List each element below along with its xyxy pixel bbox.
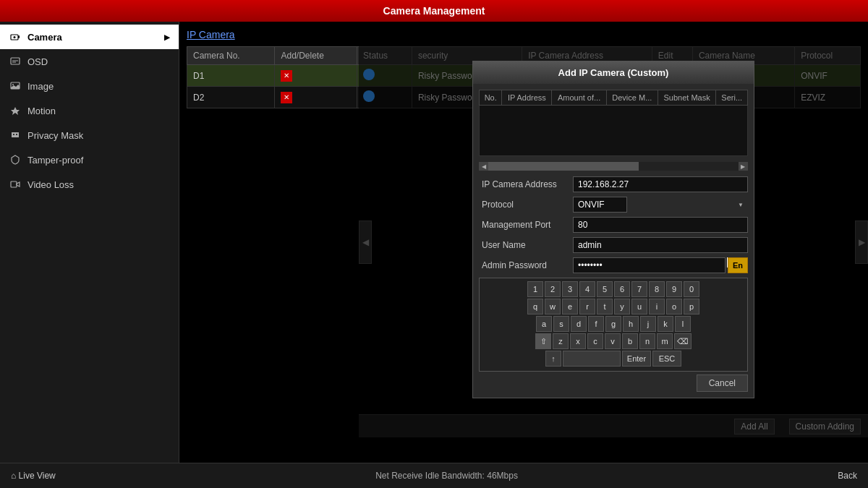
key-up-arrow[interactable]: ↑ xyxy=(545,351,561,367)
key-o[interactable]: o xyxy=(666,299,682,314)
key-f[interactable]: f xyxy=(588,316,604,332)
ip-camera-link[interactable]: IP Camera xyxy=(187,29,235,40)
management-port-label: Management Port xyxy=(479,220,573,230)
sidebar-item-osd[interactable]: OSD xyxy=(0,49,179,74)
key-h[interactable]: h xyxy=(623,316,639,332)
key-j[interactable]: j xyxy=(640,316,656,332)
key-6[interactable]: 6 xyxy=(614,281,630,297)
cell-delete-d2[interactable]: ✕ xyxy=(275,87,357,108)
back-button[interactable]: Back xyxy=(838,471,857,481)
motion-icon xyxy=(9,104,22,117)
svg-rect-8 xyxy=(12,132,19,137)
key-7[interactable]: 7 xyxy=(631,281,647,297)
modal-col-ip: IP Address xyxy=(502,90,552,106)
key-n[interactable]: n xyxy=(639,333,655,349)
key-s[interactable]: s xyxy=(553,316,569,332)
key-z[interactable]: z xyxy=(553,333,569,349)
username-input[interactable] xyxy=(573,237,748,253)
key-g[interactable]: g xyxy=(605,316,621,332)
keyboard-row-asdf: a s d f g h j k l xyxy=(482,316,744,332)
key-q[interactable]: q xyxy=(527,299,543,314)
sidebar-item-privacy-mask[interactable]: Privacy Mask xyxy=(0,123,179,147)
sidebar-item-motion[interactable]: Motion xyxy=(0,98,179,123)
password-input[interactable] xyxy=(573,257,726,273)
key-b[interactable]: b xyxy=(622,333,638,349)
key-l[interactable]: l xyxy=(675,316,691,332)
key-esc[interactable]: ESC xyxy=(652,351,681,367)
key-t[interactable]: t xyxy=(597,299,613,314)
key-u[interactable]: u xyxy=(631,299,647,314)
sidebar-privacy-label: Privacy Mask xyxy=(27,130,83,141)
key-y[interactable]: y xyxy=(614,299,630,314)
key-k[interactable]: k xyxy=(658,316,673,332)
sidebar-item-camera[interactable]: Camera xyxy=(0,25,179,49)
key-1[interactable]: 1 xyxy=(527,281,543,297)
key-i[interactable]: i xyxy=(649,299,665,314)
modal-col-no: No. xyxy=(480,90,502,106)
keyboard-row-qwerty: q w e r t y u i o p xyxy=(482,299,744,314)
title-text: Camera Management xyxy=(383,5,485,17)
key-w[interactable]: w xyxy=(545,299,561,314)
key-r[interactable]: r xyxy=(579,299,595,314)
key-2[interactable]: 2 xyxy=(545,281,561,297)
modal-scan-table: No. IP Address Amount of... Device M... … xyxy=(479,90,748,156)
key-enter[interactable]: Enter xyxy=(622,351,651,367)
key-5[interactable]: 5 xyxy=(597,281,613,297)
key-c[interactable]: c xyxy=(587,333,603,349)
sidebar-item-image[interactable]: Image xyxy=(0,74,179,98)
modal-dialog: Add IP Camera (Custom) No. IP Address Am… xyxy=(472,61,754,398)
key-m[interactable]: m xyxy=(657,333,673,349)
svg-point-7 xyxy=(12,84,14,85)
management-port-input[interactable] xyxy=(573,217,748,233)
live-view-button[interactable]: ⌂ Live View xyxy=(11,471,56,481)
key-4[interactable]: 4 xyxy=(579,281,595,297)
key-e[interactable]: e xyxy=(562,299,578,314)
camera-icon xyxy=(9,30,22,43)
keyboard: 1 2 3 4 5 6 7 8 9 0 q xyxy=(479,278,748,372)
sidebar-video-loss-label: Video Loss xyxy=(27,179,74,190)
modal-title: Add IP Camera (Custom) xyxy=(473,61,754,84)
privacy-icon xyxy=(9,129,22,142)
cell-delete-d1[interactable]: ✕ xyxy=(275,65,357,87)
scroll-left-btn[interactable]: ◀ xyxy=(480,162,488,171)
sidebar-image-label: Image xyxy=(27,81,54,92)
en-button[interactable]: En xyxy=(728,257,748,273)
keyboard-row-numbers: 1 2 3 4 5 6 7 8 9 0 xyxy=(482,281,744,297)
username-label: User Name xyxy=(479,240,573,250)
password-row: Admin Password En xyxy=(479,257,748,273)
sidebar-motion-label: Motion xyxy=(27,106,56,116)
scroll-thumb xyxy=(488,162,639,171)
key-v[interactable]: v xyxy=(605,333,621,349)
sidebar-item-tamper[interactable]: Tamper-proof xyxy=(0,147,179,172)
ip-address-input[interactable] xyxy=(573,176,748,192)
sidebar-tamper-label: Tamper-proof xyxy=(27,155,83,166)
modal-scrollbar[interactable]: ◀ ▶ xyxy=(479,162,748,171)
key-p[interactable]: p xyxy=(684,299,699,314)
sidebar-osd-label: OSD xyxy=(27,56,48,67)
title-bar: Camera Management xyxy=(0,0,868,22)
scroll-right-btn[interactable]: ▶ xyxy=(739,162,747,171)
cancel-button[interactable]: Cancel xyxy=(697,374,748,392)
sidebar-item-video-loss[interactable]: Video Loss xyxy=(0,172,179,197)
key-a[interactable]: a xyxy=(536,316,552,332)
key-0[interactable]: 0 xyxy=(684,281,699,297)
key-8[interactable]: 8 xyxy=(649,281,665,297)
key-3[interactable]: 3 xyxy=(562,281,578,297)
delete-button-d1[interactable]: ✕ xyxy=(281,70,292,82)
delete-button-d2[interactable]: ✕ xyxy=(281,92,292,103)
tamper-icon xyxy=(9,153,22,166)
main-layout: Camera OSD Image xyxy=(0,22,868,463)
key-d[interactable]: d xyxy=(571,316,587,332)
bandwidth-info: Net Receive Idle Bandwidth: 46Mbps xyxy=(56,471,838,481)
key-x[interactable]: x xyxy=(570,333,586,349)
protocol-select-wrapper: ONVIF EZVIZ HIKVISION xyxy=(573,197,748,213)
svg-marker-12 xyxy=(17,182,20,187)
key-space[interactable] xyxy=(563,351,621,367)
key-9[interactable]: 9 xyxy=(666,281,682,297)
scroll-track xyxy=(488,162,739,171)
modal-col-seri: Seri... xyxy=(716,90,748,106)
key-shift[interactable]: ⇧ xyxy=(535,333,551,349)
sidebar: Camera OSD Image xyxy=(0,22,179,463)
protocol-select[interactable]: ONVIF EZVIZ HIKVISION xyxy=(573,197,627,213)
key-backspace[interactable]: ⌫ xyxy=(674,333,692,349)
